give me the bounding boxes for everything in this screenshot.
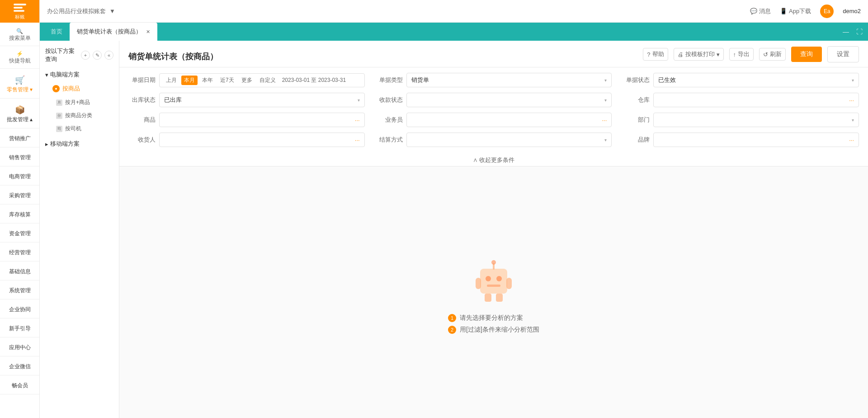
scheme-edit-btn[interactable]: ✎	[93, 51, 102, 60]
header-message-btn[interactable]: 💬 消息	[750, 7, 771, 15]
sidebar-item-search[interactable]: 🔍 搜索菜单	[0, 23, 39, 46]
tab-home[interactable]: 首页	[43, 23, 70, 41]
date-tag-this-month[interactable]: 本月	[181, 76, 198, 85]
finance-label: 资金管理	[9, 230, 31, 237]
user-avatar[interactable]: Ea	[820, 5, 834, 18]
search-label: 搜索菜单	[0, 34, 39, 42]
apps-label: 应用中心	[9, 344, 31, 351]
date-tag-7days[interactable]: 近7天	[217, 76, 237, 85]
export-btn[interactable]: ↑ 导出	[729, 48, 754, 61]
scheme-panel-title: 按以下方案查询	[45, 47, 78, 63]
wholesale-label: 批发管理	[7, 116, 28, 123]
header-app-download-btn[interactable]: 📱 App下载	[780, 7, 811, 15]
scheme-item-by-goods[interactable]: ● 按商品	[40, 81, 119, 96]
sidebar-item-marketing[interactable]: 营销推广	[0, 128, 39, 147]
sidebar-item-inventory[interactable]: 库存核算	[0, 204, 39, 223]
header-dropdown[interactable]: ▼	[109, 8, 115, 14]
sidebar-item-member[interactable]: 畅会员	[0, 375, 39, 394]
sidebar-item-retail[interactable]: 🛒 零售管理 ▾	[0, 69, 39, 99]
svg-point-12	[491, 260, 496, 265]
inventory-label: 库存核算	[9, 211, 31, 218]
svg-rect-2	[14, 10, 24, 12]
sidebar-item-apps[interactable]: 应用中心	[0, 337, 39, 356]
tab-actions: — ⛶	[841, 26, 864, 37]
scheme-sub-item-category[interactable]: 分 按商品分类	[40, 109, 119, 122]
svg-point-8	[486, 276, 491, 281]
date-filter[interactable]: 上月 本月 本年 近7天 更多 自定义 2023-03-01 至 2023-03…	[159, 73, 365, 87]
empty-tip-2: 2 用[过滤]条件来缩小分析范围	[448, 326, 539, 334]
sidebar: 标账 🔍 搜索菜单 ⚡ 快捷导航 🛒 零售管理 ▾ 📦 批发管理 ▴ 营销推广 …	[0, 0, 40, 418]
sidebar-item-wechat[interactable]: 企业微信	[0, 356, 39, 375]
status-filter[interactable]: 已生效 ▾	[653, 73, 859, 87]
scheme-collapse-btn[interactable]: «	[104, 51, 113, 60]
sidebar-item-quicknav[interactable]: ⚡ 快捷导航	[0, 46, 39, 69]
print-btn[interactable]: 🖨 按模板打印 ▾	[674, 48, 724, 61]
date-tag-this-year[interactable]: 本年	[199, 76, 216, 85]
sidebar-item-corp[interactable]: 企业协同	[0, 299, 39, 318]
collapse-conditions-btn[interactable]: ∧ 收起更多条件	[128, 152, 859, 166]
sidebar-item-sales[interactable]: 销售管理	[0, 147, 39, 166]
outstatus-filter[interactable]: 已出库 ▾	[159, 93, 365, 107]
settlement-filter[interactable]: ▾	[406, 133, 612, 147]
dept-label: 部门	[623, 116, 650, 124]
header-breadcrumb: 办公用品行业模拟账套	[47, 7, 106, 15]
dept-filter[interactable]: ▾	[653, 113, 859, 127]
sidebar-item-purchase[interactable]: 采购管理	[0, 185, 39, 204]
sidebar-item-wholesale[interactable]: 📦 批发管理 ▴	[0, 99, 39, 128]
filter-type-cell: 单据类型 销货单 ▾	[376, 73, 612, 87]
brand-ellipsis[interactable]: ···	[849, 137, 854, 143]
scheme-sub-item-driver[interactable]: 司 按司机	[40, 122, 119, 135]
refresh-btn[interactable]: ↺ 刷新	[759, 48, 786, 61]
svg-rect-6	[485, 294, 491, 302]
sidebar-item-guide[interactable]: 新手引导	[0, 318, 39, 337]
scheme-sub-item-month-goods[interactable]: 月 按月+商品	[40, 96, 119, 109]
tab-report[interactable]: 销货单统计表（按商品） ✕	[70, 23, 157, 41]
sidebar-item-operations[interactable]: 经营管理	[0, 242, 39, 261]
settlement-caret: ▾	[604, 138, 607, 142]
group-label: 电脑端方案	[50, 71, 80, 79]
type-filter[interactable]: 销货单 ▾	[406, 73, 612, 87]
receiver-ellipsis[interactable]: ···	[355, 137, 360, 143]
sidebar-item-ecom[interactable]: 电商管理	[0, 166, 39, 185]
warehouse-filter[interactable]: ···	[653, 93, 859, 107]
tab-close-btn[interactable]: ✕	[146, 29, 150, 35]
message-icon: 💬	[750, 8, 757, 14]
date-tag-last-month[interactable]: 上月	[163, 76, 179, 85]
brand-label: 品牌	[623, 136, 650, 144]
warehouse-ellipsis[interactable]: ···	[849, 97, 854, 104]
tab-minimize-btn[interactable]: —	[841, 26, 851, 37]
date-range-text: 2023-03-01 至 2023-03-31	[282, 76, 346, 84]
page-header: 销货单统计表（按商品） ? 帮助 🖨 按模板打印 ▾ ↑	[119, 41, 868, 67]
brand-filter[interactable]: ···	[653, 133, 859, 147]
receiver-filter[interactable]: ···	[159, 133, 365, 147]
scheme-group-desktop-header[interactable]: ▾ 电脑端方案	[40, 68, 119, 81]
filter-receiptstatus-cell: 收款状态 ▾	[376, 93, 612, 107]
receiver-label: 收货人	[128, 136, 156, 144]
svg-rect-3	[480, 269, 507, 294]
filter-row-1: 单据日期 上月 本月 本年 近7天 更多 自定义 2023-03-01 至 20…	[128, 73, 859, 87]
empty-tips: 1 请先选择要分析的方案 2 用[过滤]条件来缩小分析范围	[448, 314, 539, 334]
salesperson-filter[interactable]: ···	[406, 113, 612, 127]
sidebar-item-system[interactable]: 系统管理	[0, 280, 39, 299]
goods-ellipsis[interactable]: ···	[355, 117, 360, 124]
scheme-group-mobile-header[interactable]: ▸ 移动端方案	[40, 137, 119, 151]
settings-btn[interactable]: 设置	[827, 46, 859, 62]
page-title-row: 销货单统计表（按商品） ? 帮助 🖨 按模板打印 ▾ ↑	[128, 46, 859, 67]
scheme-panel: 按以下方案查询 + ✎ « ▾ 电脑端方案 ● 按商品 月 按月+商品	[40, 41, 119, 418]
receiptstatus-filter[interactable]: ▾	[406, 93, 612, 107]
user-name[interactable]: demo2	[843, 8, 861, 14]
date-tag-more[interactable]: 更多	[239, 76, 255, 85]
date-tag-custom[interactable]: 自定义	[257, 76, 278, 85]
goods-filter[interactable]: ···	[159, 113, 365, 127]
sidebar-item-finance[interactable]: 资金管理	[0, 223, 39, 242]
tab-maximize-btn[interactable]: ⛶	[854, 26, 864, 37]
query-btn[interactable]: 查询	[791, 47, 822, 62]
scheme-add-btn[interactable]: +	[81, 51, 90, 60]
salesperson-ellipsis[interactable]: ···	[602, 117, 607, 124]
group-expand-icon: ▾	[45, 71, 48, 78]
tab-home-label: 首页	[51, 28, 62, 36]
help-btn[interactable]: ? 帮助	[643, 48, 668, 61]
sidebar-item-basic[interactable]: 基础信息	[0, 261, 39, 280]
print-dropdown-icon: ▾	[717, 51, 720, 58]
filter-salesperson-cell: 业务员 ···	[376, 113, 612, 127]
